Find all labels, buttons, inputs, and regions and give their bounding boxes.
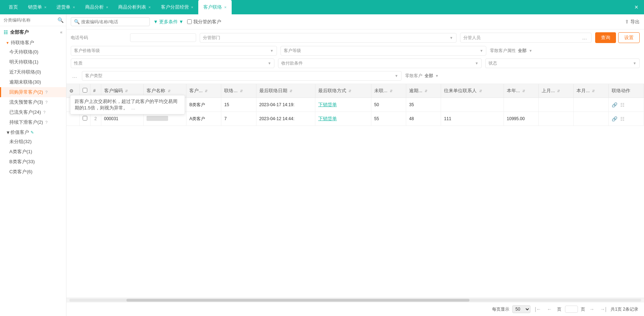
row-contacts: 7	[221, 112, 256, 126]
th-current-year: 本年... ⇵	[504, 84, 538, 98]
sort-icon[interactable]: ⇵	[425, 89, 427, 93]
th-contact-person: 往来单位联系人 ⇵	[441, 84, 504, 98]
dept-field[interactable]: 分管部门 ▼	[200, 33, 457, 43]
nav-customer-layer[interactable]: 客户分层经营 ×	[156, 0, 198, 14]
sort-icon[interactable]: ⇵	[592, 89, 595, 93]
export-button[interactable]: ⇧ 导出	[625, 19, 640, 25]
first-page-button[interactable]: |←	[533, 306, 543, 312]
search-input[interactable]	[81, 19, 147, 24]
th-last-month: 上月... ⇵	[539, 84, 574, 98]
select-all-checkbox[interactable]	[83, 88, 87, 93]
sidebar-item-class-c[interactable]: C类客户(6)	[0, 167, 66, 177]
nav-home[interactable]: 首页	[4, 0, 23, 14]
sort-icon[interactable]: ⇵	[348, 89, 351, 93]
nav-sales[interactable]: 销货单 ×	[23, 0, 51, 14]
row-last-contact-date: 2023-04-17 14:19:	[256, 98, 315, 112]
ellipsis-icon[interactable]: ...	[581, 34, 588, 41]
phone-input[interactable]	[130, 33, 196, 42]
sidebar-item-class-a[interactable]: A类客户(1)	[0, 147, 66, 157]
payment-field[interactable]: 收付款条件 ▼	[278, 58, 482, 68]
sidebar-item-today[interactable]: 今天待联络(0)	[0, 47, 66, 57]
th-last-contact-way: 最后联络方式 ⇵	[315, 84, 371, 98]
prev-page-button[interactable]: ←	[546, 306, 553, 312]
sidebar-search-input[interactable]	[4, 18, 57, 23]
sort-icon[interactable]: ⇵	[205, 89, 208, 93]
close-icon[interactable]: ×	[106, 5, 108, 9]
person-field[interactable]: 分管人员 ...	[460, 33, 592, 43]
contact-way-link[interactable]: 下销货单	[318, 102, 337, 107]
query-button[interactable]: 查询	[595, 32, 616, 43]
link-action-icon[interactable]: 🔗	[612, 116, 617, 122]
action-buttons: 查询 设置	[595, 32, 640, 43]
sidebar-item-7days[interactable]: 近7天待联络(0)	[0, 67, 66, 77]
my-customer-checkbox-wrap[interactable]: 我分管的客户	[187, 19, 221, 25]
settings-icon[interactable]: ⚙	[69, 88, 74, 94]
dropdown-arrow-icon: ▼	[529, 49, 532, 53]
my-customer-checkbox[interactable]	[187, 19, 192, 24]
zero-attr-field[interactable]: 零散客户属性 全部 ▼	[490, 48, 640, 54]
row-contacts: 15	[221, 98, 256, 112]
sidebar-item-churned[interactable]: 已流失客户(24) ?	[0, 107, 66, 117]
row-current-month	[574, 98, 608, 112]
row-actions: 🔗 ☷	[608, 98, 644, 112]
sidebar-item-overdue[interactable]: 逾期未联络(30)	[0, 77, 66, 87]
close-icon[interactable]: ×	[191, 5, 193, 9]
grid-action-icon[interactable]: ☷	[620, 116, 625, 122]
filter-icon: ▼	[153, 19, 158, 24]
sort-icon[interactable]: ⇵	[125, 89, 128, 93]
close-icon[interactable]: ×	[148, 5, 150, 9]
sort-icon[interactable]: ⇵	[289, 89, 292, 93]
sort-icon[interactable]: ⇵	[390, 89, 393, 93]
search-input-wrap[interactable]: 🔍	[71, 17, 150, 26]
scroll-thumb[interactable]	[126, 299, 469, 302]
customer-level-field[interactable]: 客户等级 ▼	[281, 46, 487, 56]
sidebar-group-value[interactable]: ▼ 价值客户 ✎	[0, 127, 66, 137]
gender-field[interactable]: 性质 ▼	[71, 58, 274, 68]
page-size-select[interactable]: 50 20 100	[512, 305, 531, 313]
set-button[interactable]: 设置	[618, 32, 640, 43]
status-field[interactable]: 状态 ▼	[485, 58, 640, 68]
th-uncontact: 未联... ⇵	[371, 84, 406, 98]
all-customers-header[interactable]: ☷ 全部客户 «	[0, 26, 66, 38]
sidebar-item-tomorrow[interactable]: 明天待联络(1)	[0, 57, 66, 67]
collapse-button[interactable]: «	[60, 30, 62, 35]
sidebar-item-declining[interactable]: 持续下滑客户(2) ?	[0, 117, 66, 127]
nav-product-analysis[interactable]: 商品分析 ×	[80, 0, 113, 14]
sort-icon[interactable]: ⇵	[240, 89, 243, 93]
horizontal-scrollbar[interactable]	[66, 298, 644, 302]
sidebar-item-repurchase-abnormal[interactable]: 回购异常客户(2) ?	[0, 87, 66, 97]
nav-customer-contact[interactable]: 客户联络 ×	[198, 0, 231, 14]
sort-icon[interactable]: ⇵	[479, 89, 482, 93]
page-number-input[interactable]: 1	[565, 306, 578, 313]
sidebar-item-class-b[interactable]: B类客户(33)	[0, 157, 66, 167]
sort-icon[interactable]: ⇵	[522, 89, 525, 93]
close-icon[interactable]: ×	[73, 5, 75, 9]
sidebar-item-churn-warning[interactable]: 流失预警客户(3) ?	[0, 97, 66, 107]
scroll-track[interactable]	[69, 299, 641, 302]
zero-customer-field[interactable]: 零散客户 全部 ▼	[405, 73, 640, 79]
window-close-button[interactable]: ×	[634, 4, 638, 11]
nav-purchase[interactable]: 进货单 ×	[51, 0, 80, 14]
customer-type-field[interactable]: 客户类型 ▼	[82, 71, 401, 81]
link-action-icon[interactable]: 🔗	[612, 102, 617, 108]
sidebar-group-pending[interactable]: ▼ 待联络客户	[0, 38, 66, 47]
nav-product-list[interactable]: 商品分析列表 ×	[113, 0, 156, 14]
grid-action-icon[interactable]: ☷	[620, 102, 625, 108]
more-filter-button[interactable]: ▼ 更多条件 ▼	[153, 19, 184, 25]
close-icon[interactable]: ×	[224, 5, 226, 9]
sidebar-item-ungroup[interactable]: 未分组(32)	[0, 137, 66, 147]
sort-icon[interactable]: ⇵	[168, 89, 171, 93]
sidebar-search-icon[interactable]: 🔍	[57, 17, 64, 23]
edit-icon[interactable]: ✎	[31, 130, 34, 135]
row-current-year	[504, 98, 538, 112]
tooltip-close[interactable]: ...	[131, 105, 135, 110]
row-checkbox[interactable]	[83, 116, 87, 121]
price-level-field[interactable]: 客户价格等级 ▼	[71, 46, 277, 56]
sort-icon[interactable]: ⇵	[557, 89, 560, 93]
row-ellipsis[interactable]: ...	[71, 73, 78, 79]
th-current-month: 本月... ⇵	[574, 84, 608, 98]
contact-way-link[interactable]: 下销货单	[318, 116, 337, 121]
close-icon[interactable]: ×	[44, 5, 46, 9]
last-page-button[interactable]: →|	[599, 306, 608, 312]
next-page-button[interactable]: →	[588, 306, 596, 312]
